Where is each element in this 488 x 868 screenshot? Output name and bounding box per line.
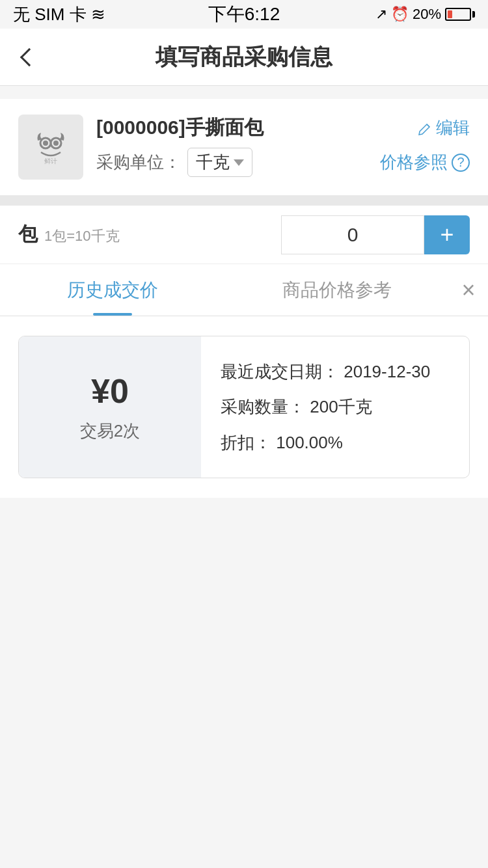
unit-value: 千克: [196, 151, 230, 174]
history-card: ¥0 交易2次 最近成交日期： 2019-12-30 采购数量： 200千克 折…: [18, 336, 470, 478]
quantity-unit-sub: 1包=10千克: [44, 226, 120, 246]
unit-dropdown[interactable]: 千克: [187, 148, 252, 177]
product-full-name: [0000006]手撕面包: [96, 115, 264, 141]
product-top-row: 鲜计 [0000006]手撕面包 编辑 采购单位： 千克: [18, 115, 470, 180]
page-title: 填写商品采购信息: [156, 42, 332, 72]
discount-value: 100.00%: [276, 433, 343, 452]
quantity-detail-label: 采购数量：: [221, 397, 305, 416]
bottom-panel: 历史成交价 商品价格参考 × ¥0 交易2次 最近成交日期： 2019-12-3…: [0, 264, 488, 498]
history-trades-count: 交易2次: [80, 420, 140, 442]
quantity-input-group: 0 +: [281, 215, 470, 254]
tab-history-price[interactable]: 历史成交价: [0, 264, 224, 316]
tab-product-price-ref[interactable]: 商品价格参考: [224, 264, 449, 316]
info-circle-icon: ?: [452, 154, 470, 172]
status-right-group: ↗ ⏰ 20%: [375, 6, 475, 23]
header: 填写商品采购信息: [0, 29, 488, 86]
product-image-icon: 鲜计: [31, 128, 70, 167]
section-divider: [0, 195, 488, 206]
svg-point-3: [53, 141, 59, 146]
dropdown-arrow-icon: [234, 159, 244, 166]
quantity-detail-value: 200千克: [310, 397, 372, 416]
quantity-plus-button[interactable]: +: [424, 215, 470, 254]
history-discount-row: 折扣： 100.00%: [221, 431, 450, 454]
history-quantity-row: 采购数量： 200千克: [221, 395, 450, 418]
history-recent-date-row: 最近成交日期： 2019-12-30: [221, 360, 450, 383]
battery-percent: 20%: [413, 6, 441, 23]
back-button[interactable]: [13, 41, 46, 74]
battery-icon: [445, 8, 475, 21]
close-icon: ×: [461, 277, 475, 304]
edit-button[interactable]: 编辑: [418, 116, 470, 139]
status-signal: 无 SIM 卡 ≋: [13, 3, 105, 26]
product-card: 鲜计 [0000006]手撕面包 编辑 采购单位： 千克: [0, 99, 488, 195]
price-reference-button[interactable]: 价格参照 ?: [380, 151, 470, 174]
recent-date-label: 最近成交日期：: [221, 362, 339, 381]
edit-icon: [418, 121, 432, 135]
quantity-value: 0: [347, 224, 359, 246]
product-thumbnail: 鲜计: [18, 115, 83, 180]
svg-text:鲜计: 鲜计: [44, 157, 57, 165]
tab-history-label: 历史成交价: [67, 278, 158, 303]
recent-date-value: 2019-12-30: [344, 362, 430, 381]
purchase-unit-label: 采购单位：: [96, 151, 181, 174]
discount-label: 折扣：: [221, 433, 271, 452]
plus-icon: +: [440, 223, 454, 247]
history-price-value: ¥0: [91, 372, 129, 411]
product-name-row: [0000006]手撕面包 编辑: [96, 115, 470, 141]
quantity-row: 包 1包=10千克 0 +: [0, 206, 488, 264]
quantity-unit-big: 包: [18, 221, 38, 248]
location-icon: ↗: [375, 6, 387, 23]
tab-active-indicator: [93, 313, 132, 316]
status-time: 下午6:12: [208, 2, 280, 27]
history-details-section: 最近成交日期： 2019-12-30 采购数量： 200千克 折扣： 100.0…: [201, 336, 469, 478]
quantity-label-group: 包 1包=10千克: [18, 221, 120, 248]
history-price-section: ¥0 交易2次: [19, 336, 201, 478]
product-info: [0000006]手撕面包 编辑 采购单位： 千克: [96, 115, 470, 177]
back-arrow-icon: [20, 47, 38, 66]
alarm-icon: ⏰: [391, 6, 409, 23]
purchase-unit-row: 采购单位： 千克 价格参照 ?: [96, 148, 470, 177]
svg-point-2: [43, 141, 48, 146]
quantity-input[interactable]: 0: [281, 215, 424, 254]
close-panel-button[interactable]: ×: [449, 264, 488, 316]
tab-bar: 历史成交价 商品价格参考 ×: [0, 264, 488, 316]
status-bar: 无 SIM 卡 ≋ 下午6:12 ↗ ⏰ 20%: [0, 0, 488, 29]
tab-price-ref-label: 商品价格参考: [282, 278, 392, 303]
history-content: ¥0 交易2次 最近成交日期： 2019-12-30 采购数量： 200千克 折…: [0, 316, 488, 498]
